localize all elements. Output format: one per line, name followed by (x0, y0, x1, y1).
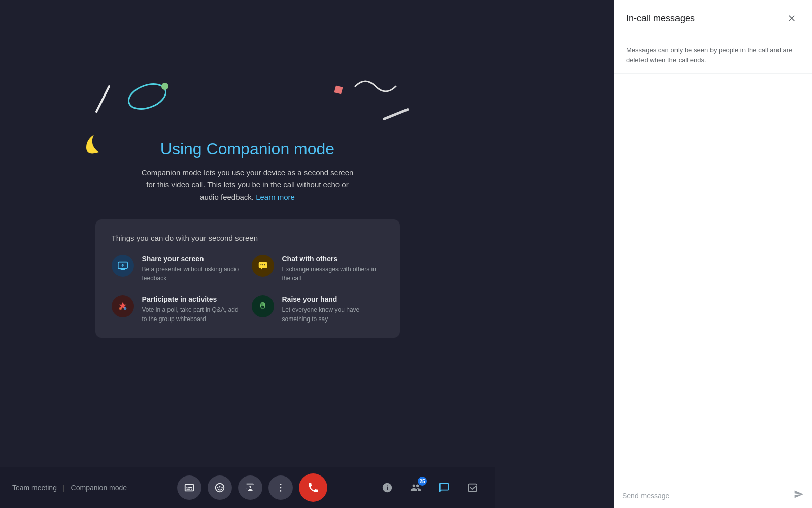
panel-title: In-call messages (626, 13, 695, 24)
present-button[interactable] (238, 475, 262, 500)
captions-button[interactable] (177, 475, 201, 500)
feature-item-share: Share your screen Be a presenter without… (112, 255, 244, 283)
raise-hand-icon (252, 295, 274, 318)
activities-button[interactable] (462, 478, 483, 498)
feature-item-activities: Participate in activites Vote in a poll,… (112, 295, 244, 324)
svg-point-2 (161, 83, 168, 90)
feature-text-hand: Raise your hand Let everyone know you ha… (282, 295, 384, 324)
description-text: Companion mode lets you use your device … (141, 167, 354, 203)
message-input[interactable] (622, 492, 790, 500)
chat-icon (252, 255, 274, 277)
svg-point-8 (262, 264, 263, 265)
feature-item-hand: Raise your hand Let everyone know you ha… (252, 295, 384, 324)
reactions-button[interactable] (208, 475, 232, 500)
messages-area[interactable] (614, 74, 812, 483)
feature-card: Things you can do with your second scree… (95, 219, 400, 338)
features-title: Things you can do with your second scree… (112, 234, 384, 242)
svg-point-9 (264, 264, 265, 265)
feature-text-activities: Participate in activites Vote in a poll,… (142, 295, 244, 324)
content-center: Using Companion mode Companion mode lets… (95, 140, 400, 338)
svg-point-14 (280, 490, 281, 492)
panel-notice: Messages can only be seen by people in t… (614, 37, 812, 74)
message-input-area (614, 483, 812, 508)
activities-icon (112, 295, 134, 318)
feature-text-share: Share your screen Be a presenter without… (142, 255, 244, 283)
more-options-button[interactable] (268, 475, 293, 500)
separator: | (63, 484, 65, 492)
title-area: Using Companion mode Companion mode lets… (141, 140, 354, 203)
learn-more-link[interactable]: Learn more (256, 193, 295, 201)
page-title: Using Companion mode (141, 140, 354, 158)
bottom-right-controls: 25 (377, 478, 483, 498)
share-screen-icon (112, 255, 134, 277)
svg-point-13 (280, 487, 281, 489)
bottom-controls (177, 473, 327, 502)
close-panel-button[interactable] (784, 10, 800, 26)
right-panel: In-call messages Messages can only be se… (614, 0, 812, 508)
end-call-button[interactable] (299, 473, 327, 502)
send-message-button[interactable] (794, 489, 804, 502)
panel-header: In-call messages (614, 0, 812, 37)
svg-line-0 (96, 86, 109, 112)
svg-line-4 (384, 104, 408, 124)
feature-text-chat: Chat with others Exchange messages with … (282, 255, 384, 283)
svg-point-7 (260, 264, 261, 265)
svg-point-11 (123, 307, 126, 310)
meeting-info: Team meeting | Companion mode (12, 484, 127, 492)
bottom-bar: Team meeting | Companion mode (0, 467, 495, 508)
svg-rect-3 (334, 85, 343, 94)
people-button[interactable]: 25 (405, 478, 426, 498)
svg-point-10 (119, 307, 122, 310)
meeting-mode: Companion mode (71, 484, 127, 492)
info-button[interactable] (377, 478, 397, 498)
svg-point-12 (280, 484, 281, 485)
main-area: Using Companion mode Companion mode lets… (0, 0, 495, 508)
people-badge: 25 (418, 477, 427, 486)
features-grid: Share your screen Be a presenter without… (112, 255, 384, 324)
meeting-title: Team meeting (12, 484, 57, 492)
chat-button[interactable] (434, 478, 454, 498)
feature-item-chat: Chat with others Exchange messages with … (252, 255, 384, 283)
